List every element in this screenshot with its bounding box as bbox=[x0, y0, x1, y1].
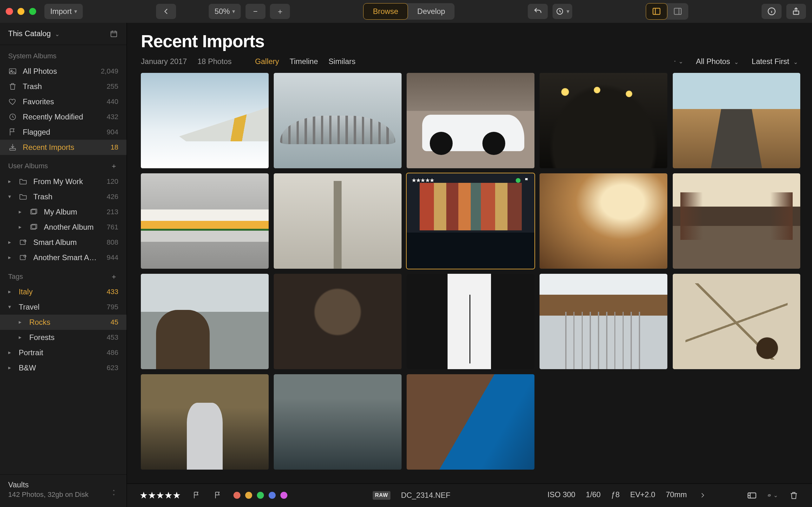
photo-thumbnail[interactable] bbox=[141, 173, 269, 268]
photo-thumbnail[interactable] bbox=[407, 73, 535, 168]
photo-thumbnail[interactable] bbox=[274, 73, 402, 168]
disclosure-icon[interactable]: ▸ bbox=[19, 319, 23, 326]
history-dropdown[interactable]: ▾ bbox=[553, 4, 572, 19]
color-label-e26a5a[interactable] bbox=[234, 492, 241, 499]
zoom-in-button[interactable]: ＋ bbox=[270, 4, 290, 19]
filter-dropdown[interactable]: All Photos ⌄ bbox=[696, 57, 739, 66]
sidebar-item-trash[interactable]: ▾Trash426 bbox=[0, 189, 126, 205]
photo-thumbnail[interactable] bbox=[141, 73, 269, 168]
photo-thumbnail[interactable] bbox=[540, 274, 667, 369]
disclosure-icon[interactable]: ▸ bbox=[8, 365, 13, 371]
share-button[interactable] bbox=[786, 4, 806, 19]
sidebar-item-label: Smart Album bbox=[33, 238, 77, 247]
sidebar-item-smart-album[interactable]: ▸Smart Album808 bbox=[0, 235, 126, 250]
filter-label: All Photos bbox=[696, 57, 730, 66]
sidebar-item-favorites[interactable]: Favorites440 bbox=[0, 94, 126, 109]
photo-thumbnail[interactable] bbox=[274, 274, 402, 369]
photo-thumbnail[interactable] bbox=[673, 274, 801, 369]
color-label-d65ae2[interactable] bbox=[281, 492, 287, 499]
layout-right-panel-button[interactable] bbox=[667, 3, 688, 20]
photo-thumbnail[interactable] bbox=[141, 374, 269, 469]
export-presets-button[interactable] bbox=[747, 490, 757, 501]
sidebar-tag-forests[interactable]: ▸Forests453 bbox=[0, 330, 126, 345]
layout-left-panel-button[interactable] bbox=[646, 3, 667, 20]
add-tag-button[interactable]: ＋ bbox=[109, 272, 118, 281]
sort-dropdown[interactable]: Latest First ⌄ bbox=[752, 57, 798, 66]
disclosure-icon[interactable]: ▸ bbox=[19, 224, 23, 230]
photo-thumbnail[interactable] bbox=[673, 73, 801, 168]
sidebar-tag-rocks[interactable]: ▸Rocks45 bbox=[0, 315, 126, 330]
zoom-level-dropdown[interactable]: 50% ▾ bbox=[209, 4, 241, 19]
sidebar-item-my-album[interactable]: ▸My Album213 bbox=[0, 205, 126, 220]
mode-develop-tab[interactable]: Develop bbox=[408, 3, 455, 20]
add-album-button[interactable]: ＋ bbox=[109, 162, 118, 171]
photo-thumbnail[interactable]: ★★★★★ bbox=[407, 173, 535, 268]
calendar-icon[interactable] bbox=[109, 30, 118, 38]
page-header: Recent Imports bbox=[127, 23, 812, 55]
sidebar-item-flagged[interactable]: Flagged904 bbox=[0, 124, 126, 140]
exif-focal: 70mm bbox=[666, 490, 687, 501]
chevron-down-icon: ⌄ bbox=[773, 492, 778, 499]
vaults-title[interactable]: Vaults bbox=[8, 481, 89, 489]
color-label-e2a83b[interactable] bbox=[245, 492, 252, 499]
sidebar-item-trash[interactable]: Trash255 bbox=[0, 79, 126, 94]
stepper-icon[interactable]: ˄˅ bbox=[109, 490, 118, 499]
grid-size-control[interactable]: ⌄ bbox=[674, 57, 683, 66]
view-tab-timeline[interactable]: Timeline bbox=[290, 57, 318, 66]
disclosure-icon[interactable]: ▸ bbox=[8, 349, 13, 356]
sidebar-tag-b-w[interactable]: ▸B&W623 bbox=[0, 360, 126, 376]
undo-button[interactable] bbox=[528, 4, 548, 19]
exif-more-button[interactable] bbox=[698, 490, 708, 501]
window-controls bbox=[6, 8, 36, 15]
photo-thumbnail[interactable] bbox=[673, 173, 801, 268]
sidebar-item-another-album[interactable]: ▸Another Album761 bbox=[0, 220, 126, 235]
sidebar-item-count: 904 bbox=[107, 128, 118, 136]
photo-thumbnail[interactable] bbox=[407, 374, 535, 469]
import-button[interactable]: Import ▾ bbox=[44, 4, 83, 19]
export-button[interactable]: ⌄ bbox=[768, 490, 778, 501]
chevron-down-icon: ⌄ bbox=[53, 31, 60, 38]
disclosure-icon[interactable]: ▸ bbox=[8, 239, 13, 245]
sidebar-tag-travel[interactable]: ▾Travel795 bbox=[0, 299, 126, 315]
view-tab-similars[interactable]: Similars bbox=[328, 57, 356, 66]
history-back-button[interactable] bbox=[156, 4, 176, 19]
rating-stars[interactable]: ★★★★★ bbox=[140, 490, 181, 501]
disclosure-icon[interactable]: ▸ bbox=[19, 334, 23, 341]
disclosure-icon[interactable]: ▾ bbox=[8, 304, 13, 310]
color-label-35c55a[interactable] bbox=[257, 492, 264, 499]
photo-thumbnail[interactable] bbox=[540, 73, 667, 168]
sidebar-item-from-my-work[interactable]: ▸From My Work120 bbox=[0, 174, 126, 189]
color-label-dot bbox=[516, 178, 520, 183]
tags-header: Tags ＋ bbox=[0, 265, 126, 285]
photo-thumbnail[interactable] bbox=[274, 374, 402, 469]
photo-thumbnail[interactable] bbox=[274, 173, 402, 268]
sidebar-item-recent-imports[interactable]: Recent Imports18 bbox=[0, 140, 126, 155]
user-albums-header: User Albums ＋ bbox=[0, 155, 126, 174]
disclosure-icon[interactable]: ▸ bbox=[8, 289, 13, 295]
flag-solid-icon[interactable] bbox=[192, 490, 202, 501]
delete-button[interactable] bbox=[789, 490, 799, 501]
sidebar-item-another-smart-a-[interactable]: ▸Another Smart A…944 bbox=[0, 250, 126, 265]
disclosure-icon[interactable]: ▾ bbox=[8, 193, 13, 200]
close-window-button[interactable] bbox=[6, 8, 13, 15]
sidebar-item-all-photos[interactable]: All Photos2,049 bbox=[0, 64, 126, 79]
disclosure-icon[interactable]: ▸ bbox=[8, 178, 13, 185]
zoom-window-button[interactable] bbox=[29, 8, 36, 15]
color-label-5a7ae2[interactable] bbox=[269, 492, 275, 499]
sidebar-tag-italy[interactable]: ▸Italy433 bbox=[0, 285, 126, 300]
photo-thumbnail[interactable] bbox=[141, 274, 269, 369]
photo-thumbnail[interactable] bbox=[407, 274, 535, 369]
sidebar-item-recently-modified[interactable]: Recently Modified432 bbox=[0, 109, 126, 124]
photo-thumbnail[interactable] bbox=[540, 173, 667, 268]
catalog-selector[interactable]: This Catalog ⌄ bbox=[0, 23, 126, 45]
view-tab-gallery[interactable]: Gallery bbox=[255, 57, 279, 66]
disclosure-icon[interactable]: ▸ bbox=[8, 255, 13, 261]
zoom-out-button[interactable]: − bbox=[246, 4, 265, 19]
flag-outline-icon[interactable] bbox=[212, 490, 223, 501]
header-count: 18 Photos bbox=[197, 57, 232, 66]
mode-browse-tab[interactable]: Browse bbox=[363, 3, 408, 20]
info-button[interactable] bbox=[762, 4, 781, 19]
minimize-window-button[interactable] bbox=[17, 8, 24, 15]
sidebar-tag-portrait[interactable]: ▸Portrait486 bbox=[0, 345, 126, 360]
disclosure-icon[interactable]: ▸ bbox=[19, 209, 23, 215]
